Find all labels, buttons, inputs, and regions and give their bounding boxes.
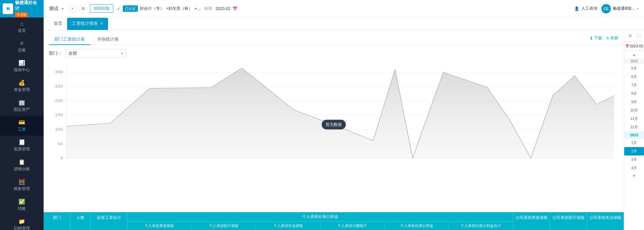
right-panel-controls: ✕ ⛶	[624, 30, 644, 41]
calendar-small-icon: 📅	[625, 44, 629, 48]
month-jan-2023[interactable]: 1月	[624, 139, 644, 147]
panel-expand-btn[interactable]: ⛶	[635, 32, 643, 40]
sidebar-item-label: 归档管理	[14, 226, 30, 230]
salary-icon: 💳	[18, 119, 25, 126]
add-button[interactable]: +	[68, 5, 76, 13]
consult-icon: 👤	[574, 6, 579, 11]
month-dec[interactable]: 12月	[624, 123, 644, 131]
subtabs-left: 部门工资统计表 月份统计表	[49, 34, 124, 45]
th-company-pension: 公司承担养老保险	[513, 212, 550, 230]
tooltip-text: 暂无数据	[326, 122, 342, 127]
svg-text:200: 200	[55, 98, 63, 103]
sidebar-item-label: 报表中心	[14, 67, 30, 73]
download-icon: ⬇	[590, 36, 593, 41]
period-label: 账期	[204, 6, 212, 11]
th-personal-housing: 个人承担住房公积金	[385, 222, 449, 230]
th-personal-medical: 个人承担医疗保险	[192, 222, 256, 230]
tax-icon: 🧮	[18, 179, 25, 185]
sidebar-item-label: 首页	[18, 28, 26, 34]
sidebar-item-tax[interactable]: 🧮 税务管理	[0, 175, 44, 195]
panel-close-btn[interactable]: ✕	[626, 32, 634, 40]
sidebar-item-salary[interactable]: 💳 工资	[0, 116, 44, 136]
sidebar-item-label: 资金管理	[14, 87, 30, 93]
reports-icon: 📊	[18, 60, 25, 66]
user-menu[interactable]: CE 畅捷通B组... ▾	[601, 4, 639, 13]
logo-text: 畅捷通好会计 专业版	[15, 0, 41, 17]
subtab-dept-label: 部门工资统计表	[54, 37, 85, 42]
content: 部门工资统计表 月份统计表 ⬇ 下载 ↻ 刷新	[44, 30, 644, 230]
sidebar-item-reports[interactable]: 📊 报表中心	[0, 56, 44, 76]
consult-btn[interactable]: 👤 人工咨询	[574, 6, 597, 11]
sidebar-item-archive[interactable]: 📁 归档管理	[0, 215, 44, 230]
assets-icon: 🏢	[18, 99, 25, 106]
topbar-dropdown-arrow[interactable]: ▾	[62, 6, 64, 11]
month-may[interactable]: 5月	[624, 64, 644, 73]
sidebar-item-funds[interactable]: 💰 资金管理	[0, 76, 44, 96]
month-jul[interactable]: 7月	[624, 81, 644, 89]
month-oct[interactable]: 10月	[624, 106, 644, 114]
chart-svg: 0 50 100 150 200 250 300	[49, 61, 619, 169]
certified-icon: ✓	[117, 6, 121, 11]
svg-text:250: 250	[55, 84, 63, 88]
good-biz-status: +好生意（标）	[166, 6, 193, 11]
month-aug[interactable]: 8月	[624, 89, 644, 98]
month-feb-2023[interactable]: 2月	[624, 147, 644, 155]
month-nov[interactable]: 11月	[624, 114, 644, 123]
sidebar-item-invoice[interactable]: 🧾 发票管理	[0, 136, 44, 155]
tab-salary-report[interactable]: 工资统计报表 ✕	[67, 18, 108, 30]
tab-home[interactable]: 首页	[49, 18, 67, 30]
svg-text:50: 50	[58, 141, 63, 146]
sidebar-nav: ⌂ 首页 ≡ 总账 📊 报表中心 💰 资金管理 🏢 固定资产 💳 工资 🧾 发票…	[0, 17, 44, 230]
sidebar-item-home[interactable]: ⌂ 首页	[0, 17, 44, 37]
filter-bar: 部门： 全部 销售部 技术部 行政部 财务部	[44, 45, 624, 61]
topbar-actions: + ⚙ 切到旧版	[68, 4, 113, 13]
sidebar-item-sales[interactable]: 📋 进销台账	[0, 155, 44, 175]
username-label: 畅捷通B组...	[613, 6, 635, 11]
tab-home-label: 首页	[54, 20, 62, 27]
logo-sub: 专业版	[15, 12, 28, 17]
main-panel: 部门工资统计表 月份统计表 ⬇ 下载 ↻ 刷新	[44, 30, 624, 230]
archive-icon: 📁	[18, 218, 25, 225]
chart-tooltip: 暂无数据	[322, 120, 346, 130]
th-company-unemploy: 公司承担失业保险	[587, 212, 624, 230]
logo-icon: 畅	[3, 3, 13, 14]
more-status: +…	[195, 6, 201, 11]
year-label-2022: 2022	[624, 58, 644, 64]
invoice-icon: 🧾	[18, 139, 25, 145]
date-nav-down[interactable]: ▼	[624, 172, 644, 180]
user-dropdown-arrow: ▾	[637, 7, 639, 10]
calendar-icon[interactable]: 📅	[232, 6, 237, 11]
dept-select[interactable]: 全部 销售部 技术部 行政部 财务部	[65, 49, 126, 57]
month-jun[interactable]: 6月	[624, 73, 644, 81]
logo-title: 畅捷通好会计	[15, 0, 41, 11]
dept-select-wrapper: 全部 销售部 技术部 行政部 财务部	[65, 49, 126, 57]
date-panel-header: 📅 2023.02	[624, 41, 644, 51]
tab-close-icon[interactable]: ✕	[100, 21, 103, 26]
consult-label: 人工咨询	[581, 6, 597, 11]
month-sep[interactable]: 9月	[624, 98, 644, 106]
date-nav: ▲ 2022 5月 6月 7月 8月 9月 10月 11月 12月 2023 1…	[624, 51, 644, 230]
refresh-btn[interactable]: ↻ 刷新	[606, 35, 619, 41]
subtab-dept[interactable]: 部门工资统计表	[49, 34, 90, 45]
good-account-status: 好会计（专）	[140, 6, 164, 11]
topbar-status: ✓ 已认证 好会计（专） +好生意（标） +… 账期 2023-02 📅	[117, 5, 237, 12]
sidebar-item-settle[interactable]: ✅ 结账	[0, 195, 44, 215]
th-total-salary: 应发工资合计	[91, 212, 127, 230]
date-nav-up[interactable]: ▲	[624, 51, 644, 58]
ledger-icon: ≡	[20, 40, 23, 46]
sidebar-logo: 畅 畅捷通好会计 专业版	[0, 0, 44, 17]
sidebar-item-ledger[interactable]: ≡ 总账	[0, 37, 44, 56]
month-mar-2023[interactable]: 3月	[624, 155, 644, 164]
home-icon: ⌂	[20, 21, 23, 27]
month-apr-2023[interactable]: 4月	[624, 164, 644, 172]
switch-old-btn[interactable]: 切到旧版	[90, 4, 113, 13]
sidebar-item-assets[interactable]: 🏢 固定资产	[0, 96, 44, 116]
certified-badge: 已认证	[123, 5, 138, 12]
th-group-personal: 个人承担社保公积金	[127, 212, 513, 222]
subtab-monthly[interactable]: 月份统计表	[92, 34, 124, 45]
download-btn[interactable]: ⬇ 下载	[590, 35, 602, 41]
subtabs: 部门工资统计表 月份统计表 ⬇ 下载 ↻ 刷新	[44, 30, 624, 45]
th-company-medical: 公司承担医疗保险	[550, 212, 587, 230]
settings-button[interactable]: ⚙	[79, 5, 87, 13]
right-date-panel: ✕ ⛶ 📅 2023.02 ▲ 2022 5月 6月 7月 8月 9月 10月 …	[624, 30, 644, 230]
